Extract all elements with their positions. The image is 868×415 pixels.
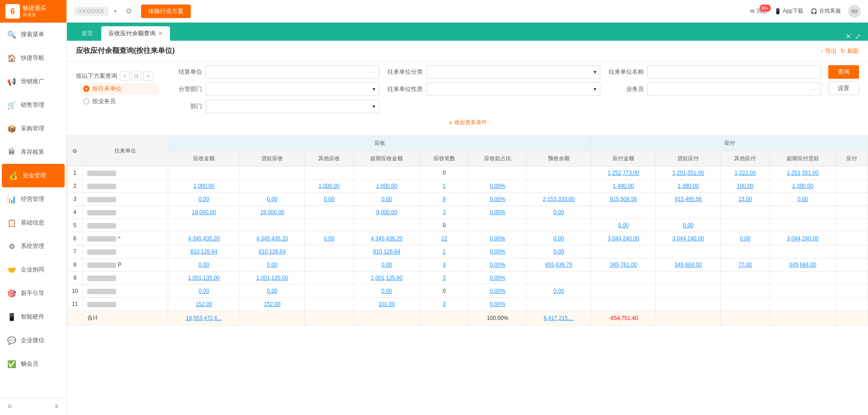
row-ar-overdue[interactable]: 9,000.00 — [354, 206, 420, 219]
filter-add-icon[interactable]: + — [120, 71, 130, 81]
row-ap-loan[interactable]: 915,495.56 — [656, 193, 721, 206]
row-ap-amount[interactable]: 345,761.00 — [591, 258, 656, 272]
sidebar-item-quick-nav[interactable]: 🏠 快捷导航 — [0, 46, 66, 70]
row-ar-other[interactable]: 1,000.00 — [305, 180, 354, 193]
row-ar-loan[interactable]: 0.00 — [240, 258, 304, 272]
filter-back-icon[interactable]: « — [143, 71, 153, 81]
tab-close-icon[interactable]: ✕ — [158, 30, 163, 37]
row-ar-loan[interactable]: 4,345,436.20 — [240, 232, 304, 245]
row-ar-count[interactable]: 2 — [420, 245, 469, 258]
row-ap-other[interactable]: 1,222.00 — [721, 167, 770, 180]
refresh-button[interactable]: ↻ 刷新 — [840, 47, 859, 55]
sidebar-settings-icon[interactable]: ⚙ — [7, 403, 12, 410]
row-ap-loan[interactable]: 3,044,240.00 — [656, 232, 721, 245]
row-ap-amount[interactable]: 915,508.56 — [591, 193, 656, 206]
row-ar-loan[interactable]: 152.00 — [240, 298, 304, 311]
row-ap-overdue[interactable]: 345,684.00 — [769, 258, 835, 272]
row-ar-overdue[interactable]: 810,126.64 — [354, 245, 420, 258]
row-ar-amount[interactable]: 0.00 — [168, 285, 240, 298]
solution-button[interactable]: 体验行业方案 — [141, 5, 191, 18]
row-ar-overdue[interactable]: 0.00 — [354, 193, 420, 206]
sidebar-item-inventory[interactable]: 🏛 库存核算 — [0, 140, 66, 164]
tab-close-window-icon[interactable]: ✕ — [845, 32, 851, 41]
row-ap-loan[interactable]: 0.00 — [656, 219, 721, 232]
row-ar-count[interactable]: 3 — [420, 298, 469, 311]
row-ar-amount[interactable]: 1,000.00 — [168, 180, 240, 193]
total-prepay[interactable]: 6,417,215.... — [526, 311, 591, 325]
sidebar-item-basic[interactable]: 📋 基础信息 — [0, 211, 66, 234]
row-ar-overdue[interactable]: 101.00 — [354, 298, 420, 311]
row-ap-overdue[interactable]: 3,044,240.00 — [769, 232, 835, 245]
row-ap-other[interactable]: 77.00 — [721, 258, 770, 272]
row-ar-ratio[interactable]: 0.00% — [469, 258, 526, 272]
row-ar-amount[interactable]: 4,345,436.20 — [168, 232, 240, 245]
row-ar-count[interactable]: 9 — [420, 193, 469, 206]
row-ar-count[interactable]: 22 — [420, 232, 469, 245]
sidebar-collapse-icon[interactable]: ⏸ — [54, 403, 59, 410]
row-ap-amount[interactable]: 3,044,240.00 — [591, 232, 656, 245]
row-ap-other[interactable]: 0.00 — [721, 232, 770, 245]
sidebar-item-sales[interactable]: 🛒 销售管理 — [0, 93, 66, 117]
topbar-dropdown-icon[interactable]: ▾ — [114, 8, 117, 14]
row-ar-ratio[interactable]: 0.00% — [469, 285, 526, 298]
tab-expand-icon[interactable]: ⤢ — [855, 32, 861, 41]
query-button[interactable]: 查询 — [828, 65, 859, 79]
row-ap-amount[interactable]: 1,252,773.00 — [591, 167, 656, 180]
sidebar-item-wechat[interactable]: 💬 企业微信 — [0, 329, 66, 352]
row-ar-loan[interactable]: 18,000.00 — [240, 206, 304, 219]
row-ar-loan[interactable]: 1,001,135.00 — [240, 272, 304, 285]
row-ar-ratio[interactable]: 0.00% — [469, 245, 526, 258]
row-ap-overdue[interactable]: 1,390.00 — [769, 180, 835, 193]
export-button[interactable]: ↑ 导出 — [821, 47, 837, 55]
row-prepay[interactable]: 0.00 — [526, 232, 591, 245]
user-avatar[interactable]: Rit — [848, 5, 861, 18]
sidebar-item-member[interactable]: ✅ 畅会员 — [0, 352, 66, 376]
filter-option-by-unit[interactable]: ● 按往来单位 — [80, 83, 159, 95]
filter-input-department[interactable]: ▾ — [206, 82, 379, 96]
row-ap-loan[interactable]: 345,684.00 — [656, 258, 721, 272]
row-ar-other[interactable]: 0.00 — [305, 232, 354, 245]
row-ar-count[interactable]: 3 — [420, 272, 469, 285]
row-ar-overdue[interactable]: 4,345,436.20 — [354, 232, 420, 245]
setting-button[interactable]: 设置 — [828, 81, 859, 95]
total-ar-amount[interactable]: 19,553,472,6... — [168, 311, 240, 325]
row-ap-amount[interactable]: 0.00 — [591, 219, 656, 232]
row-ap-loan[interactable]: 1,251,551.00 — [656, 167, 721, 180]
row-ar-overdue[interactable]: 0.00 — [354, 285, 420, 298]
row-ar-other[interactable]: 0.00 — [305, 193, 354, 206]
row-ar-loan[interactable]: 810,126.64 — [240, 245, 304, 258]
row-ap-overdue[interactable]: 0.00 — [769, 193, 835, 206]
row-ar-ratio[interactable]: 0.00% — [469, 193, 526, 206]
row-ar-amount[interactable]: 1,001,135.00 — [168, 272, 240, 285]
row-ar-ratio[interactable]: 0.00% — [469, 180, 526, 193]
collapse-button[interactable]: ∧ 收起更多条件 — [448, 119, 487, 126]
filter-target-icon[interactable]: ◎ — [132, 71, 142, 81]
row-ap-amount[interactable]: 1,490.00 — [591, 180, 656, 193]
tab-ar-ap[interactable]: 应收应付余额查询 ✕ — [101, 26, 170, 41]
row-prepay[interactable]: 655,636.75 — [526, 258, 591, 272]
row-ar-ratio[interactable]: 0.00% — [469, 298, 526, 311]
sidebar-item-guide[interactable]: 🎯 新手引导 — [0, 281, 66, 305]
filter-input-dept[interactable]: ▾ — [206, 100, 379, 113]
sidebar-item-hardware[interactable]: 📱 智能硬件 — [0, 305, 66, 329]
row-ar-ratio[interactable]: 0.00% — [469, 272, 526, 285]
filter-input-unit-category[interactable]: ▾ — [426, 65, 600, 79]
row-ar-count[interactable]: 3 — [420, 206, 469, 219]
filter-input-unit-nature[interactable]: ▾ — [426, 82, 600, 96]
filter-input-unit-name[interactable] — [647, 65, 821, 79]
row-ar-loan[interactable]: 0.00 — [240, 193, 304, 206]
sidebar-item-operation[interactable]: 📊 经营管理 — [0, 187, 66, 211]
row-ap-other[interactable]: 13.00 — [721, 193, 770, 206]
sidebar-item-search-menu[interactable]: 🔍 搜索菜单 — [0, 23, 66, 46]
row-ar-amount[interactable]: 810,126.64 — [168, 245, 240, 258]
row-prepay[interactable]: 0.00 — [526, 245, 591, 258]
row-ar-overdue[interactable]: 0.00 — [354, 258, 420, 272]
row-ap-other[interactable]: 100.00 — [721, 180, 770, 193]
row-prepay[interactable]: 2,153,333.00 — [526, 193, 591, 206]
row-ar-amount[interactable]: 18,000.00 — [168, 206, 240, 219]
sidebar-item-enterprise[interactable]: 🤝 企业协同 — [0, 258, 66, 281]
row-ar-overdue[interactable]: 1,000.00 — [354, 180, 420, 193]
sidebar-item-finance[interactable]: 💰 资金管理 — [2, 164, 65, 187]
row-ar-amount[interactable]: 152.00 — [168, 298, 240, 311]
filter-input-salesman[interactable]: ··· — [647, 82, 821, 96]
